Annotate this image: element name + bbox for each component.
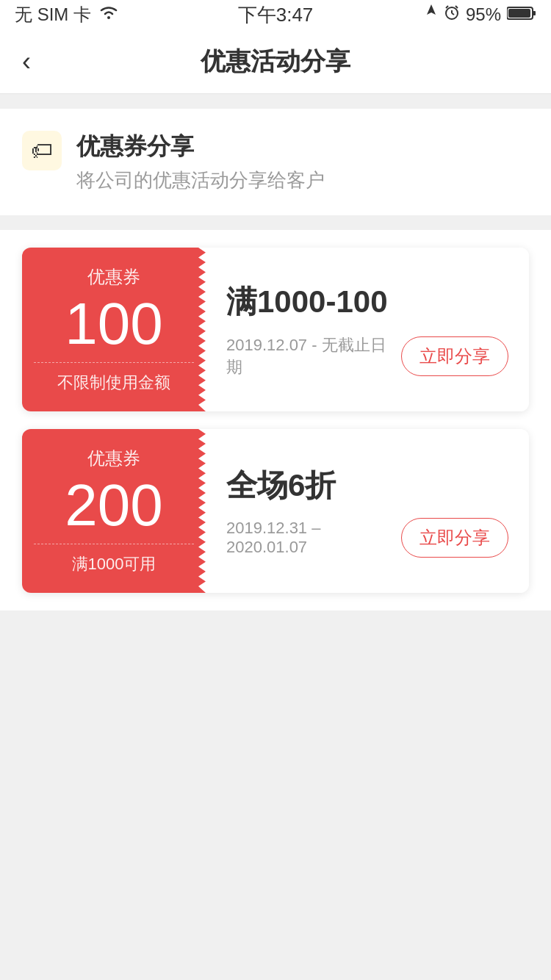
coupon-card-2: 优惠券 200 满1000可用 全场6折 2019.12.31 – 2020.0… [22,429,529,593]
coupon-amount-2: 200 [65,476,162,535]
status-right: 95% [425,4,536,25]
coupon-type-label-1: 优惠券 [87,265,140,289]
coupons-list: 优惠券 100 不限制使用金额 满1000-100 2019.12.07 - 无… [0,230,551,610]
coupon-divider-1 [34,362,194,363]
svg-line-3 [446,6,448,8]
battery-percentage: 95% [466,4,501,25]
coupon-divider-2 [34,544,194,544]
coupon-name-2: 全场6折 [226,465,508,506]
wifi-icon [98,4,119,25]
coupon-amount-1: 100 [65,295,162,353]
back-button[interactable]: ‹ [22,46,31,77]
svg-rect-6 [533,11,536,15]
svg-line-2 [452,13,454,15]
svg-line-4 [455,6,458,8]
section-icon: 🏷 [22,131,62,170]
coupon-meta-1: 2019.12.07 - 无截止日期 立即分享 [226,334,508,378]
svg-rect-7 [508,9,530,18]
coupon-date-1: 2019.12.07 - 无截止日期 [226,334,394,378]
coupon-card-1: 优惠券 100 不限制使用金额 满1000-100 2019.12.07 - 无… [22,248,529,411]
navigation-bar: ‹ 优惠活动分享 [0,29,551,94]
page-title: 优惠活动分享 [201,45,350,79]
coupon-condition-2: 满1000可用 [72,553,156,575]
coupon-type-label-2: 优惠券 [87,447,140,470]
coupon-left-2: 优惠券 200 满1000可用 [22,429,206,593]
battery-icon [507,4,536,25]
alarm-icon [444,4,460,25]
coupon-left-1: 优惠券 100 不限制使用金额 [22,248,206,411]
carrier-label: 无 SIM 卡 [15,3,91,26]
share-button-1[interactable]: 立即分享 [401,336,508,376]
coupon-right-1: 满1000-100 2019.12.07 - 无截止日期 立即分享 [206,248,529,411]
section-gap-mid [0,215,551,230]
share-button-2[interactable]: 立即分享 [401,518,508,558]
coupon-right-2: 全场6折 2019.12.31 – 2020.01.07 立即分享 [206,429,529,593]
header-section: 🏷 优惠券分享 将公司的优惠活动分享给客户 [0,109,551,215]
status-left: 无 SIM 卡 [15,3,119,26]
status-bar: 无 SIM 卡 下午3:47 95% [0,0,551,29]
section-title: 优惠券分享 [76,131,325,163]
section-gap-top [0,94,551,109]
status-time: 下午3:47 [238,2,314,28]
bottom-empty-area [0,610,551,978]
header-text: 优惠券分享 将公司的优惠活动分享给客户 [76,131,325,193]
coupon-name-1: 满1000-100 [226,281,508,323]
location-icon [425,4,438,25]
coupon-meta-2: 2019.12.31 – 2020.01.07 立即分享 [226,518,508,558]
coupon-condition-1: 不限制使用金额 [57,372,170,394]
section-subtitle: 将公司的优惠活动分享给客户 [76,167,325,193]
coupon-date-2: 2019.12.31 – 2020.01.07 [226,519,394,557]
